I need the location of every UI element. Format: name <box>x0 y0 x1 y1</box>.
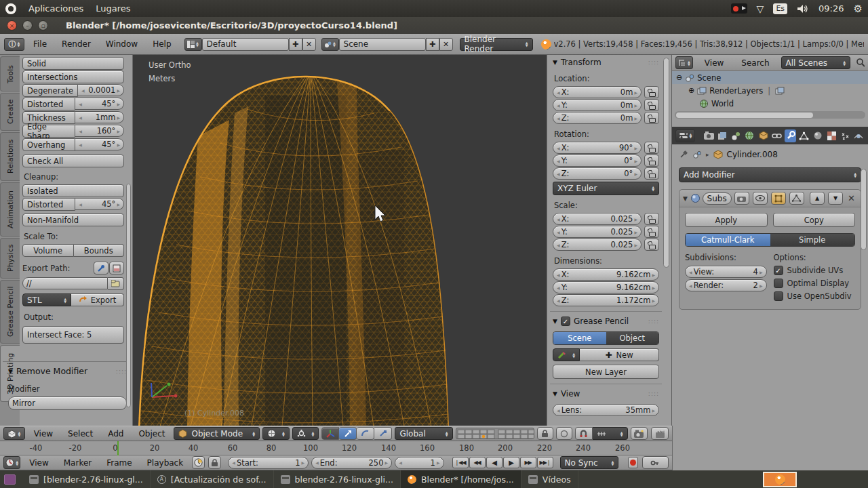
copy-button[interactable]: Copy <box>773 213 856 227</box>
thickness-value[interactable]: ◀1mm▶ <box>75 111 124 123</box>
menu-help[interactable]: Help <box>146 39 177 49</box>
modifier-move-down-button[interactable]: ▼ <box>828 192 843 205</box>
timeline-menu-marker[interactable]: Marker <box>58 458 98 468</box>
tab-scene-icon[interactable] <box>730 129 742 142</box>
proportional-edit-button[interactable] <box>556 427 572 440</box>
modifier-expand-icon[interactable]: ▼ <box>683 195 688 202</box>
lock-to-scene-button[interactable] <box>537 427 553 440</box>
export-path-field[interactable]: // <box>22 277 108 289</box>
modifier-name-field[interactable]: Subs <box>703 192 732 205</box>
intersect-face-button[interactable]: Intersect Face: 5 <box>22 326 124 344</box>
dim-y-field[interactable]: ◀Y:9.162cm▶ <box>553 281 659 293</box>
keyboard-layout-indicator[interactable]: Es <box>773 3 787 14</box>
modifier-name-field[interactable]: Mirror <box>8 396 127 410</box>
transform-title[interactable]: Transform <box>561 58 601 67</box>
minimize-button[interactable]: – <box>22 20 33 30</box>
view3d-menu-add[interactable]: Add <box>102 429 130 439</box>
tab-relations[interactable]: Relations <box>0 132 20 181</box>
overhang-button[interactable]: Overhang <box>22 138 75 151</box>
lock-icon[interactable] <box>644 155 659 167</box>
next-keyframe-button[interactable]: ▶▶ <box>520 457 536 468</box>
outliner-item-renderlayers[interactable]: ⊕ RenderLayers | <box>672 84 868 97</box>
transform-expand-icon[interactable]: ▼ <box>553 59 557 66</box>
tab-constraints-icon[interactable] <box>771 129 783 142</box>
editor-type-info-icon[interactable]: ⓘ▲▼ <box>4 38 24 51</box>
tab-physics[interactable]: Physics <box>0 238 20 279</box>
optimal-display-checkbox[interactable] <box>774 279 783 288</box>
layers-widget[interactable] <box>456 428 535 439</box>
intersections-button[interactable]: Intersections <box>22 70 124 83</box>
distorted-value[interactable]: ◀45°▶ <box>75 98 124 110</box>
simple-button[interactable]: Simple <box>770 234 855 246</box>
session-gear-icon[interactable]: ⚙ <box>854 3 863 15</box>
modifier-render-toggle[interactable] <box>734 192 749 205</box>
lens-field[interactable]: ◀Lens:35mm▶ <box>553 404 659 416</box>
task-blender[interactable]: Blender* [/home/jos... <box>401 470 521 488</box>
export-format-select[interactable]: STL▲▼ <box>22 293 71 306</box>
location-y-field[interactable]: ◀Y:0m▶ <box>553 99 642 111</box>
edge-sharp-value[interactable]: ◀160°▶ <box>75 125 124 137</box>
add-layout-button[interactable]: ✚ <box>289 38 302 51</box>
eyedropper-button[interactable] <box>94 262 108 274</box>
frame-start-field[interactable]: ◀Start:1▶ <box>228 457 309 469</box>
ubuntu-logo-icon[interactable] <box>5 3 16 14</box>
degenerate-button[interactable]: Degenerate <box>22 84 78 97</box>
file-browse-button[interactable] <box>108 277 124 290</box>
clock[interactable]: 09:26 <box>818 3 844 14</box>
location-z-field[interactable]: ◀Z:0m▶ <box>553 112 642 124</box>
snap-toggle-button[interactable] <box>575 427 593 440</box>
network-icon[interactable]: ▽ <box>757 3 764 14</box>
task-software-update[interactable]: A[Actualización de sof... <box>151 470 274 488</box>
menu-window[interactable]: Window <box>100 39 144 49</box>
timeline-menu-view[interactable]: View <box>23 458 54 468</box>
scale-x-field[interactable]: ◀X:0.025▶ <box>553 213 642 225</box>
view-panel-title[interactable]: View <box>561 389 580 399</box>
export-button[interactable]: Export <box>71 293 124 306</box>
jump-to-start-button[interactable]: ❘◀◀ <box>452 457 469 468</box>
degenerate-value[interactable]: ◀0.0001▶ <box>78 84 124 96</box>
check-all-button[interactable]: Check All <box>22 155 124 167</box>
scene-select[interactable]: Scene <box>339 38 426 51</box>
use-opensubdiv-checkbox[interactable] <box>774 291 783 301</box>
tab-animation[interactable]: Animation <box>0 182 20 237</box>
outliner-h-scrollbar[interactable] <box>675 111 865 119</box>
rotation-y-field[interactable]: ◀Y:0°▶ <box>553 155 642 167</box>
catmull-clark-button[interactable]: Catmull-Clark <box>686 234 770 246</box>
scale-y-field[interactable]: ◀Y:0.025▶ <box>553 226 642 238</box>
lock-icon[interactable] <box>644 112 659 124</box>
view3d-menu-view[interactable]: View <box>28 429 59 439</box>
tab-create[interactable]: Create <box>0 93 20 131</box>
search-icon[interactable] <box>856 58 865 68</box>
modifier-cage-toggle[interactable] <box>789 192 804 205</box>
blender-launcher-highlight[interactable] <box>763 472 797 487</box>
tab-object-icon[interactable] <box>757 129 769 142</box>
subdiv-render-field[interactable]: ◀Render:2▶ <box>685 279 767 291</box>
delete-layout-button[interactable]: ✕ <box>302 38 316 51</box>
scale-z-field[interactable]: ◀Z:0.025▶ <box>553 239 642 251</box>
preview-range-button[interactable] <box>192 456 205 469</box>
volume-button[interactable]: Volume <box>22 244 74 257</box>
tab-render-icon[interactable] <box>703 129 714 142</box>
expand-icon[interactable]: ⊕ <box>688 86 694 95</box>
task-videos[interactable]: Vídeos <box>521 470 578 488</box>
lock-icon[interactable] <box>644 239 659 251</box>
volume-icon[interactable] <box>797 4 809 14</box>
collapse-icon[interactable]: ⊖ <box>676 73 682 82</box>
opengl-anim-button[interactable] <box>651 427 669 440</box>
add-scene-button[interactable]: ✚ <box>426 38 439 51</box>
object-cube-icon[interactable] <box>713 150 723 159</box>
scene-mini-icon[interactable] <box>692 150 702 159</box>
play-reverse-button[interactable]: ◀ <box>486 457 502 468</box>
frame-end-field[interactable]: ◀End:250▶ <box>311 457 392 469</box>
menu-file[interactable]: File <box>27 39 53 49</box>
location-x-field[interactable]: ◀X:0m▶ <box>553 86 642 98</box>
modifier-editmode-toggle[interactable] <box>771 192 786 205</box>
screen-layout-icon[interactable]: ▲▼ <box>184 38 202 51</box>
tab-tools[interactable]: Tools <box>0 56 20 92</box>
screen-layout-select[interactable]: Default <box>202 38 289 51</box>
overhang-value[interactable]: ◀45°▶ <box>75 138 124 150</box>
tab-grease-pencil[interactable]: Grease Pencil <box>0 280 20 344</box>
tab-object-data-icon[interactable] <box>798 129 810 142</box>
tab-texture-icon[interactable] <box>826 129 837 142</box>
lock-icon[interactable] <box>644 213 659 225</box>
